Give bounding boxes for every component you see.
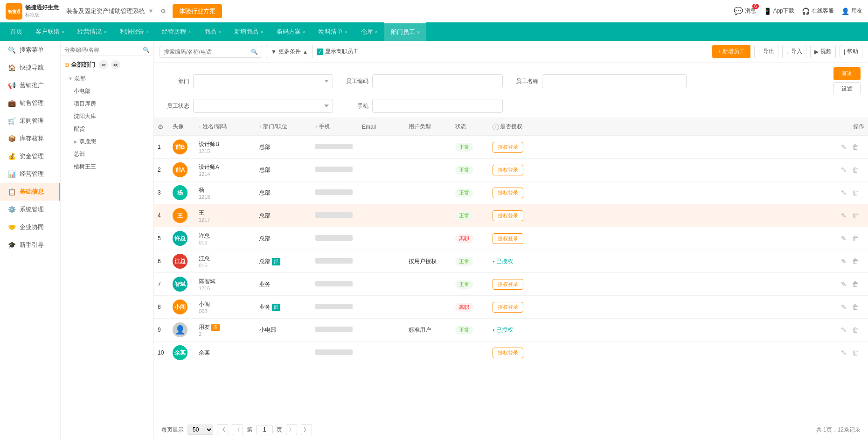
delete-button[interactable]: 🗑: [852, 349, 859, 356]
last-page-button[interactable]: 》: [301, 424, 312, 435]
tree-node-小电部[interactable]: 小电部: [61, 85, 153, 98]
cell-auth[interactable]: 授权登录: [489, 341, 545, 364]
app-download-button[interactable]: 📱 App下载: [764, 7, 794, 15]
edit-button[interactable]: ✎: [841, 143, 847, 151]
nav-tab-首页[interactable]: 首页: [4, 22, 29, 41]
nav-tab-条码方案[interactable]: 条码方案 ×: [270, 22, 312, 41]
delete-button[interactable]: 🗑: [852, 280, 859, 288]
phone-input[interactable]: [372, 99, 503, 113]
export-button[interactable]: ↑ 导出: [754, 45, 778, 58]
sidebar-item-采购管理[interactable]: 🛒采购管理: [0, 112, 60, 130]
tree-node-沈阳大库[interactable]: 沈阳大库: [61, 110, 153, 123]
add-employee-button[interactable]: + 新增员工: [712, 45, 750, 58]
tab-close-icon[interactable]: ×: [375, 29, 378, 35]
page-size-select[interactable]: 50 100 200: [187, 425, 213, 435]
delete-button[interactable]: 🗑: [852, 326, 859, 334]
import-button[interactable]: ↓ 导入: [782, 45, 806, 58]
dept-select[interactable]: [193, 74, 333, 88]
page-number-input[interactable]: [256, 425, 273, 434]
cell-auth[interactable]: 授权登录: [489, 136, 545, 159]
tree-edit-btn[interactable]: ✏: [99, 60, 108, 70]
nav-tab-利润报告[interactable]: 利润报告 ×: [113, 22, 155, 41]
edit-button[interactable]: ✎: [841, 258, 847, 265]
cell-auth[interactable]: 授权登录: [489, 227, 545, 250]
auth-login-button[interactable]: 授权登录: [493, 233, 523, 244]
sidebar-item-系统管理[interactable]: ⚙️系统管理: [0, 201, 60, 218]
online-service-button[interactable]: 🎧 在线客服: [802, 7, 834, 15]
chevron-down-icon[interactable]: ▼: [148, 7, 154, 14]
delete-button[interactable]: 🗑: [852, 303, 859, 311]
tree-node-总部[interactable]: 总部: [61, 148, 153, 160]
sidebar-item-企业协同[interactable]: 🤝企业协同: [0, 218, 60, 236]
cell-auth[interactable]: 授权登录: [489, 204, 545, 227]
delete-button[interactable]: 🗑: [852, 212, 859, 219]
name-input[interactable]: [542, 74, 687, 88]
sidebar-item-基础信息[interactable]: 📋基础信息: [0, 183, 60, 201]
help-button[interactable]: | 帮助: [840, 45, 862, 58]
tab-close-icon[interactable]: ×: [260, 29, 263, 35]
tab-close-icon[interactable]: ×: [62, 29, 64, 35]
edit-button[interactable]: ✎: [841, 349, 847, 356]
edit-button[interactable]: ✎: [841, 303, 847, 311]
tree-collapse-btn[interactable]: ≪: [111, 60, 120, 70]
message-button[interactable]: 💬 6 消息: [734, 7, 756, 15]
tab-close-icon[interactable]: ×: [104, 29, 106, 35]
nav-tab-经营情况[interactable]: 经营情况 ×: [71, 22, 113, 41]
sidebar-item-经营管理[interactable]: 📊经营管理: [0, 165, 60, 183]
next-page-button[interactable]: 〉: [286, 424, 297, 435]
search-input[interactable]: [164, 49, 249, 55]
tree-node-双鹿想[interactable]: ▶ 双鹿想: [61, 135, 153, 148]
tab-close-icon[interactable]: ×: [188, 29, 191, 35]
cell-auth[interactable]: 授权登录: [489, 181, 545, 204]
edit-button[interactable]: ✎: [841, 212, 847, 219]
sidebar-item-快捷导航[interactable]: 🏠快捷导航: [0, 59, 60, 77]
cell-auth[interactable]: 授权登录: [489, 159, 545, 181]
sidebar-item-资金管理[interactable]: 💰资金管理: [0, 147, 60, 165]
tree-node-配货[interactable]: 配货: [61, 123, 153, 135]
edit-button[interactable]: ✎: [841, 166, 847, 174]
auth-login-button[interactable]: 授权登录: [493, 279, 523, 290]
auth-login-button[interactable]: 授权登录: [493, 302, 523, 313]
auth-login-button[interactable]: 授权登录: [493, 165, 523, 175]
delete-button[interactable]: 🗑: [852, 258, 859, 265]
video-button[interactable]: ▶ 视频: [810, 45, 836, 58]
tab-close-icon[interactable]: ×: [345, 29, 347, 35]
nav-tab-商品[interactable]: 商品 ×: [198, 22, 228, 41]
tab-close-icon[interactable]: ×: [417, 29, 420, 35]
edit-button[interactable]: ✎: [841, 326, 847, 334]
tab-close-icon[interactable]: ×: [303, 29, 306, 35]
search-button[interactable]: 查询: [833, 67, 861, 80]
tree-node-总部[interactable]: ▼ 总部: [61, 72, 153, 85]
edit-button[interactable]: ✎: [841, 235, 847, 242]
auth-login-button[interactable]: 授权登录: [493, 142, 523, 153]
sidebar-item-新手引导[interactable]: 🎓新手引导: [0, 236, 60, 254]
edit-button[interactable]: ✎: [841, 189, 847, 196]
search-box[interactable]: 🔍: [160, 46, 262, 58]
trial-button[interactable]: 体验行业方案: [173, 4, 222, 18]
nav-tab-经营历程[interactable]: 经营历程 ×: [155, 22, 197, 41]
delete-button[interactable]: 🗑: [852, 235, 859, 242]
cell-auth[interactable]: 授权登录: [489, 296, 545, 319]
delete-button[interactable]: 🗑: [852, 189, 859, 196]
nav-tab-部门员工[interactable]: 部门员工 ×: [384, 22, 426, 41]
auth-login-button[interactable]: 授权登录: [493, 348, 523, 358]
sidebar-item-销售管理[interactable]: 💼销售管理: [0, 94, 60, 112]
sidebar-item-库存核算[interactable]: 📦库存核算: [0, 130, 60, 147]
sidebar-item-营销推广[interactable]: 📢营销推广: [0, 77, 60, 94]
nav-tab-客户联络[interactable]: 客户联络 ×: [29, 22, 71, 41]
tab-close-icon[interactable]: ×: [146, 29, 149, 35]
prev-page-button[interactable]: 〈: [232, 424, 243, 435]
sidebar-item-搜索菜单[interactable]: 🔍搜索菜单: [0, 41, 60, 59]
nav-tab-仓库[interactable]: 仓库 ×: [354, 22, 384, 41]
delete-button[interactable]: 🗑: [852, 166, 859, 174]
auth-login-button[interactable]: 授权登录: [493, 210, 523, 221]
tree-node-植树王三[interactable]: 植树王三: [61, 160, 153, 173]
nav-tab-物料清单[interactable]: 物料清单 ×: [312, 22, 354, 41]
set-button[interactable]: 设置: [833, 82, 861, 95]
user-menu-button[interactable]: 👤 用友: [841, 7, 862, 15]
tab-close-icon[interactable]: ×: [218, 29, 221, 35]
status-select[interactable]: [193, 99, 333, 113]
tree-node-项目库房[interactable]: 项目库房: [61, 98, 153, 110]
delete-button[interactable]: 🗑: [852, 143, 859, 151]
more-filters-button[interactable]: ▼ 更多条件 ▲: [266, 45, 313, 58]
